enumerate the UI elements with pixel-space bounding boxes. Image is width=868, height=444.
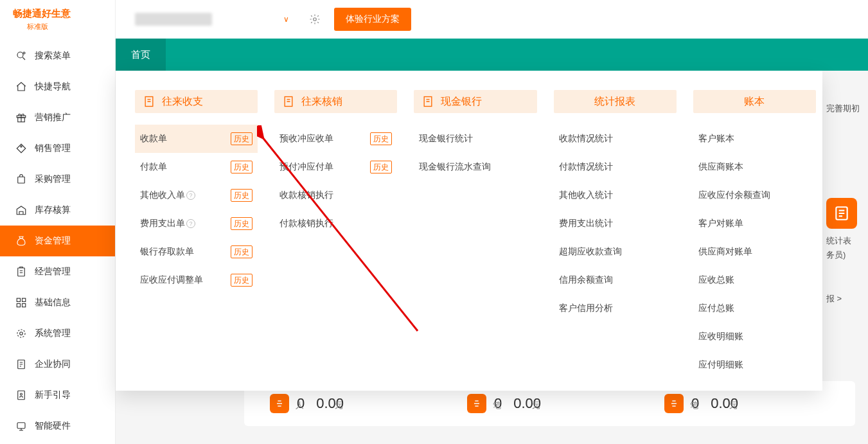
mega-item[interactable]: 现金银行统计 [414, 125, 536, 153]
sidebar-item-business[interactable]: 经营管理 [0, 256, 115, 287]
sidebar-item-quicknav[interactable]: 快捷导航 [0, 71, 115, 102]
history-badge[interactable]: 历史 [370, 132, 392, 145]
gear-icon [309, 13, 321, 25]
svg-rect-16 [17, 423, 25, 429]
mega-item[interactable]: 客户账本 [693, 125, 816, 153]
sidebar-item-purchase[interactable]: 采购管理 [0, 164, 115, 195]
strip-text: 完善期初 [826, 103, 860, 114]
mega-item-label: 应收应付余额查询 [698, 190, 770, 201]
mega-item-label: 客户信用分析 [559, 303, 613, 314]
mega-item-label: 费用支出统计 [559, 218, 613, 229]
mega-item[interactable]: 现金银行流水查询 [414, 153, 536, 181]
sidebar-item-hardware[interactable]: 智能硬件 [0, 411, 115, 441]
svg-point-1 [23, 52, 25, 54]
mega-col-reports: 统计报表 收款情况统计付款情况统计其他收入统计费用支出统计超期应收款查询信用余额… [554, 90, 677, 384]
mega-item[interactable]: 供应商账本 [693, 153, 816, 181]
sidebar-item-label: 资金管理 [35, 235, 71, 247]
stat-icon [467, 394, 486, 413]
tab-home[interactable]: 首页 [116, 39, 166, 71]
mega-item[interactable]: 费用支出统计 [554, 209, 677, 238]
clipboard-icon [15, 266, 27, 278]
mega-item[interactable]: 收款核销执行 [274, 181, 397, 209]
org-selector[interactable]: ∨ [128, 8, 296, 31]
mega-item[interactable]: 收款情况统计 [554, 125, 677, 153]
mega-item[interactable]: 客户对账单 [693, 209, 816, 238]
mega-item[interactable]: 超期应收款查询 [554, 238, 677, 266]
mega-item[interactable]: 客户信用分析 [554, 294, 677, 323]
mega-item-label: 预付冲应付单 [279, 161, 333, 173]
history-badge[interactable]: 历史 [231, 274, 252, 287]
tag-icon [15, 143, 27, 154]
brand-edition: 标准版 [0, 22, 115, 37]
mega-item[interactable]: 银行存取款单历史 [135, 238, 258, 266]
mega-item-label: 收款核销执行 [279, 190, 333, 201]
sidebar-item-inventory[interactable]: 库存核算 [0, 195, 115, 226]
sidebar-item-search[interactable]: 搜索菜单 [0, 40, 115, 71]
mega-item-label: 超期应收款查询 [559, 246, 622, 258]
history-badge[interactable]: 历史 [370, 161, 392, 173]
sidebar-item-marketing[interactable]: 营销推广 [0, 102, 115, 133]
mega-item[interactable]: 其他收入单?历史 [135, 181, 258, 209]
stat-icon [270, 394, 289, 413]
strip-text: 务员) [826, 249, 846, 261]
receipt-icon [143, 95, 155, 108]
mega-item-label: 应收总账 [698, 274, 734, 286]
history-badge[interactable]: 历史 [231, 132, 252, 145]
sidebar-item-label: 经营管理 [35, 266, 71, 278]
sidebar-item-system[interactable]: 系统管理 [0, 318, 115, 349]
strip-text: 统计表 [826, 235, 851, 247]
mega-item-label: 其他收入统计 [559, 190, 613, 201]
mega-col-title: 往来收支 [162, 95, 203, 109]
industry-plan-button[interactable]: 体验行业方案 [334, 8, 411, 31]
device-icon [15, 420, 27, 432]
stat-block: 0笔 0.00元 [467, 394, 632, 413]
mega-item[interactable]: 应付明细账 [693, 351, 816, 379]
strip-block-icon[interactable] [826, 198, 857, 229]
mega-item[interactable]: 预付冲应付单历史 [274, 153, 397, 181]
bank-icon [421, 95, 434, 108]
sidebar-item-baseinfo[interactable]: 基础信息 [0, 287, 115, 318]
sidebar-item-sales[interactable]: 销售管理 [0, 133, 115, 164]
mega-item-label: 收款情况统计 [559, 133, 613, 145]
mega-item[interactable]: 付款核销执行 [274, 209, 397, 238]
mega-item[interactable]: 付款单历史 [135, 153, 258, 181]
help-icon[interactable]: ? [186, 219, 195, 228]
settings-button[interactable] [305, 9, 325, 30]
sidebar-nav: 搜索菜单 快捷导航 营销推广 销售管理 采购管理 库存核算 资金管理 经营管理 … [0, 40, 115, 441]
mega-col-title: 统计报表 [594, 95, 635, 109]
mega-item[interactable]: 应付总账 [693, 294, 816, 323]
mega-item[interactable]: 应收应付余额查询 [693, 181, 816, 209]
mega-item[interactable]: 付款情况统计 [554, 153, 677, 181]
help-icon[interactable]: ? [186, 191, 195, 200]
mega-item[interactable]: 信用余额查询 [554, 266, 677, 294]
sidebar-item-label: 企业协同 [35, 359, 71, 370]
topbar: ∨ 体验行业方案 [116, 0, 868, 39]
sidebar-item-guide[interactable]: 新手引导 [0, 380, 115, 411]
sidebar-item-funds[interactable]: 资金管理 [0, 226, 115, 256]
mega-item[interactable]: 应收明细账 [693, 323, 816, 351]
sidebar-item-collab[interactable]: 企业协同 [0, 349, 115, 380]
mega-item[interactable]: 其他收入统计 [554, 181, 677, 209]
mega-item[interactable]: 费用支出单?历史 [135, 209, 258, 238]
sidebar-item-label: 库存核算 [35, 204, 71, 216]
stat-block: 0笔 0.00元 [664, 394, 829, 413]
collab-icon [15, 359, 27, 370]
history-badge[interactable]: 历史 [231, 245, 252, 258]
stat-unit: 笔 [493, 400, 501, 410]
stat-unit: 元 [335, 400, 343, 410]
history-badge[interactable]: 历史 [231, 189, 252, 202]
mega-item[interactable]: 预收冲应收单历史 [274, 125, 397, 153]
right-strip: 完善期初 统计表 务员) 报 > [822, 103, 868, 305]
mega-item[interactable]: 收款单历史 [135, 125, 258, 153]
stat-unit: 笔 [690, 400, 698, 410]
mega-item[interactable]: 供应商对账单 [693, 238, 816, 266]
sidebar-item-label: 采购管理 [35, 173, 71, 185]
mega-item[interactable]: 应收应付调整单历史 [135, 266, 258, 294]
svg-rect-7 [17, 298, 20, 301]
mega-item-label: 其他收入单? [140, 190, 195, 201]
mega-item[interactable]: 应收总账 [693, 266, 816, 294]
history-badge[interactable]: 历史 [231, 217, 252, 230]
history-badge[interactable]: 历史 [231, 161, 252, 173]
svg-rect-5 [18, 177, 25, 183]
warehouse-icon [15, 204, 27, 216]
